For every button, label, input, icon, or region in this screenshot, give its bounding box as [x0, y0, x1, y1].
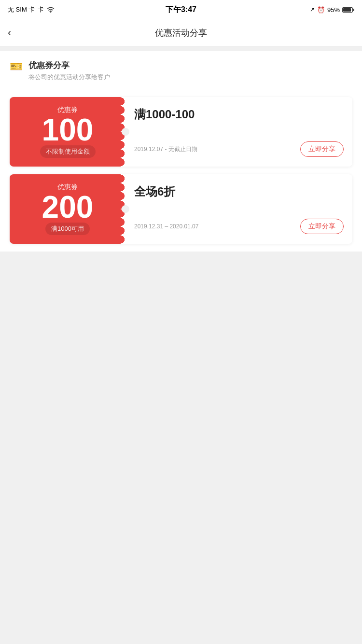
coupon-card-2: 优惠券 200 满1000可用 全场6折 2019.12.31 – 2020.0…: [10, 174, 352, 244]
coupon-date-1: 2019.12.07 - 无截止日期: [134, 145, 295, 154]
coupon-name-1: 满1000-100: [134, 107, 344, 122]
battery-icon: [342, 7, 354, 13]
status-right: ↗ ⏰ 95%: [310, 6, 354, 14]
alarm-icon: ⏰: [317, 6, 325, 14]
separator-1: [0, 46, 362, 51]
coupon-footer-2: 2019.12.31 – 2020.01.07 立即分享: [134, 219, 344, 234]
coupon-right-2: 全场6折 2019.12.31 – 2020.01.07 立即分享: [125, 174, 352, 244]
nav-bar: ‹ 优惠活动分享: [0, 19, 362, 46]
carrier-label: 无 SIM 卡: [8, 5, 35, 14]
wifi-icon: [47, 7, 55, 13]
section-text: 优惠券分享 将公司的优惠活动分享给客户: [28, 60, 110, 82]
coupon-date-2: 2019.12.31 – 2020.01.07: [134, 223, 295, 230]
coupon-condition-2: 满1000可用: [45, 223, 90, 235]
status-left: 无 SIM 卡 卡: [8, 5, 55, 14]
coupon-right-1: 满1000-100 2019.12.07 - 无截止日期 立即分享: [125, 97, 352, 167]
status-time: 下午3:47: [166, 5, 196, 15]
signal-icon: ↗: [310, 6, 315, 13]
coupon-card-1: 优惠券 100 不限制使用金额 满1000-100 2019.12.07 - 无…: [10, 97, 352, 167]
section-header: 🎫 优惠券分享 将公司的优惠活动分享给客户: [0, 51, 362, 89]
coupon-condition-1: 不限制使用金额: [40, 145, 96, 158]
sim-label: 卡: [38, 5, 44, 14]
battery-percent: 95%: [327, 6, 340, 14]
coupon-left-2: 优惠券 200 满1000可用: [10, 174, 125, 244]
empty-area: [0, 252, 362, 517]
coupon-list: 优惠券 100 不限制使用金额 满1000-100 2019.12.07 - 无…: [0, 89, 362, 252]
coupon-name-2: 全场6折: [134, 184, 344, 199]
status-bar: 无 SIM 卡 卡 下午3:47 ↗ ⏰ 95%: [0, 0, 362, 19]
back-button[interactable]: ‹: [8, 27, 11, 39]
coupon-amount-1: 100: [42, 114, 94, 145]
section-title: 优惠券分享: [28, 60, 110, 71]
share-button-2[interactable]: 立即分享: [300, 219, 344, 234]
coupon-footer-1: 2019.12.07 - 无截止日期 立即分享: [134, 141, 344, 157]
section-subtitle: 将公司的优惠活动分享给客户: [28, 73, 110, 82]
coupon-icon: 🎫: [10, 60, 23, 73]
coupon-left-1: 优惠券 100 不限制使用金额: [10, 97, 125, 167]
share-button-1[interactable]: 立即分享: [300, 141, 344, 157]
coupon-amount-2: 200: [42, 192, 94, 223]
page-title: 优惠活动分享: [155, 27, 207, 39]
